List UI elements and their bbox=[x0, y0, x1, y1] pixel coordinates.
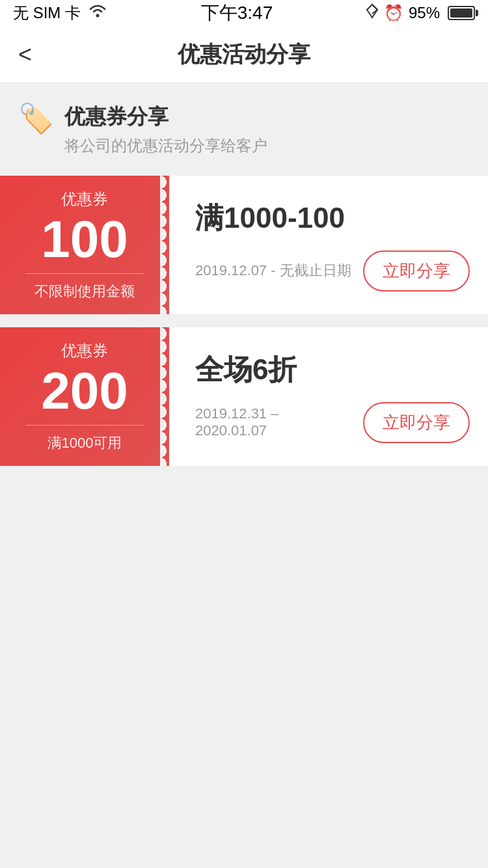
page-title: 优惠活动分享 bbox=[178, 40, 310, 70]
coupon-name-1: 满1000-100 bbox=[195, 199, 470, 237]
coupon-card-1: 优惠券 100 不限制使用金额 满1000-100 2019.12.07 - 无… bbox=[0, 176, 488, 314]
share-button-1[interactable]: 立即分享 bbox=[363, 251, 470, 292]
coupon-date-1: 2019.12.07 - 无截止日期 bbox=[195, 261, 353, 280]
coupon-amount-1: 100 bbox=[41, 213, 128, 265]
coupon-condition-1: 不限制使用金额 bbox=[34, 282, 135, 301]
svg-point-0 bbox=[96, 14, 100, 18]
section-text-group: 优惠券分享 将公司的优惠活动分享给客户 bbox=[64, 103, 267, 156]
coupon-right-1: 满1000-100 2019.12.07 - 无截止日期 立即分享 bbox=[169, 176, 488, 314]
coupon-condition-2: 满1000可用 bbox=[47, 433, 122, 453]
section-header: 🏷️ 优惠券分享 将公司的优惠活动分享给客户 bbox=[0, 83, 488, 169]
battery-label: 95% bbox=[409, 4, 440, 22]
coupon-date-2: 2019.12.31 – 2020.01.07 bbox=[195, 405, 353, 439]
coupon-right-2: 全场6折 2019.12.31 – 2020.01.07 立即分享 bbox=[169, 327, 488, 466]
carrier-label: 无 SIM 卡 bbox=[13, 3, 81, 23]
coupon-left-1: 优惠券 100 不限制使用金额 bbox=[0, 176, 169, 314]
status-right: ⏰ 95% bbox=[366, 3, 475, 23]
cards-container: 优惠券 100 不限制使用金额 满1000-100 2019.12.07 - 无… bbox=[0, 169, 488, 485]
section-title: 优惠券分享 bbox=[64, 103, 267, 131]
coupon-amount-2: 200 bbox=[41, 365, 128, 417]
nav-bar: < 优惠活动分享 bbox=[0, 26, 488, 83]
wifi-icon bbox=[87, 3, 108, 23]
coupon-meta-2: 2019.12.31 – 2020.01.07 立即分享 bbox=[195, 402, 470, 443]
alarm-icon: ⏰ bbox=[384, 4, 403, 22]
section-subtitle: 将公司的优惠活动分享给客户 bbox=[64, 135, 267, 156]
status-left: 无 SIM 卡 bbox=[13, 3, 108, 23]
back-button[interactable]: < bbox=[18, 41, 32, 68]
coupon-card-2: 优惠券 200 满1000可用 全场6折 2019.12.31 – 2020.0… bbox=[0, 327, 488, 466]
coupon-label-2: 优惠券 bbox=[61, 340, 108, 361]
coupon-label-1: 优惠券 bbox=[61, 189, 108, 210]
time-label: 下午3:47 bbox=[201, 1, 273, 25]
battery-icon bbox=[448, 6, 475, 20]
status-bar: 无 SIM 卡 下午3:47 ⏰ 95% bbox=[0, 0, 488, 26]
coupon-section-icon: 🏷️ bbox=[18, 104, 54, 133]
coupon-left-2: 优惠券 200 满1000可用 bbox=[0, 327, 169, 466]
share-button-2[interactable]: 立即分享 bbox=[363, 402, 470, 443]
coupon-divider-2 bbox=[25, 425, 144, 426]
bottom-area bbox=[0, 485, 488, 811]
coupon-divider-1 bbox=[25, 273, 144, 274]
coupon-name-2: 全场6折 bbox=[195, 351, 470, 389]
location-icon bbox=[366, 3, 379, 23]
coupon-meta-1: 2019.12.07 - 无截止日期 立即分享 bbox=[195, 251, 470, 292]
